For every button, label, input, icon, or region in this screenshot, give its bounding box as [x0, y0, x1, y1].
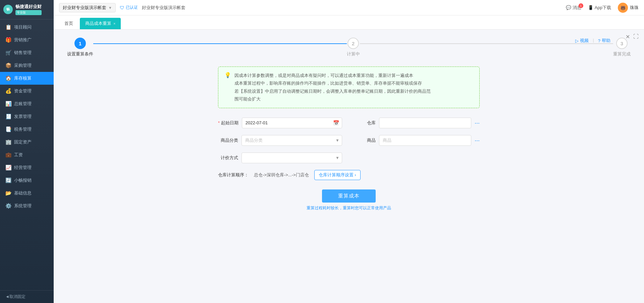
info-text: 因成本计算参数调整，或是对商品成本有疑问时，可以通过成本重算功能，重新计算一遍成… [234, 72, 431, 103]
warehouse-order-value: 总仓->深圳仓库->...->门店仓 [254, 172, 309, 178]
sidebar-item-system[interactable]: ⚙️系统管理 [0, 200, 54, 212]
finance-icon: 💰 [5, 88, 11, 94]
sidebar-item-basic[interactable]: 📂基础信息 [0, 187, 54, 200]
user-menu-button[interactable]: 珠珠 [618, 3, 639, 13]
lamp-icon: 💡 [224, 72, 231, 103]
product-more-button[interactable]: ··· [475, 137, 480, 143]
sidebar-item-marketing[interactable]: 🎁营销推广 [0, 34, 54, 46]
tab-active-label: 商品成本重算 [85, 20, 111, 27]
tab-cost-recalc[interactable]: 商品成本重算 × [80, 18, 121, 29]
warehouse-label: 仓库 [356, 120, 376, 126]
sidebar-label-invoice: 发票管理 [14, 114, 32, 120]
sidebar-label-expense: 小畅报销 [14, 177, 32, 183]
basic-icon: 📂 [5, 190, 11, 196]
sidebar-item-expense[interactable]: 🔄小畅报销 [0, 174, 54, 187]
warehouse-more-button[interactable]: ··· [475, 120, 480, 126]
user-name-label: 珠珠 [630, 5, 639, 11]
stepper: ▷ 视频 | ? 帮助 1 设置重算条件 2 计算中 3 重算 [67, 38, 631, 57]
warehouse-field: 仓库 ··· [356, 118, 480, 128]
warehouse-input[interactable] [379, 118, 471, 128]
notification-badge: 1 [579, 3, 583, 8]
sidebar-item-accounting[interactable]: 📊总账管理 [0, 97, 54, 110]
app-download-button[interactable]: 📱 App下载 [588, 5, 611, 11]
warehouse-order-row: 仓库计算顺序： 总仓->深圳仓库->...->门店仓 仓库计算顺序设置 › [218, 170, 480, 180]
sidebar-nav: 📋项目顾问🎁营销推广🛒销售管理📦采购管理🏠库存核算💰资金管理📊总账管理🧾发票管理… [0, 19, 54, 290]
product-input-wrap [379, 135, 471, 146]
play-icon: ▷ [575, 38, 579, 43]
product-input[interactable] [379, 135, 471, 146]
operation-icon: 📈 [5, 165, 11, 171]
pricing-select[interactable] [241, 153, 342, 163]
accounting-icon: 📊 [5, 101, 11, 107]
sidebar-item-salary[interactable]: 💼工资 [0, 148, 54, 161]
tax-icon: 📑 [5, 126, 11, 132]
main-area: 好业财专业版演示帐套 ▼ 🛡 已认证 好业财专业版演示帐套 💬 消息 1 📱 A… [54, 0, 644, 303]
account-selector-label: 好业财专业版演示帐套 [63, 5, 106, 11]
step-3-circle: 3 [616, 38, 628, 49]
sidebar-label-finance: 资金管理 [14, 88, 32, 94]
step-1-circle: 1 [74, 38, 86, 49]
sidebar-label-sales: 销售管理 [14, 50, 32, 56]
help-button[interactable]: ? 帮助 [598, 38, 610, 44]
step-2-label: 计算中 [347, 51, 360, 57]
sidebar-label-basic: 基础信息 [14, 190, 32, 196]
sidebar-item-invoice[interactable]: 🧾发票管理 [0, 110, 54, 123]
sidebar-item-asset[interactable]: 🏢固定资产 [0, 136, 54, 148]
category-select[interactable]: 商品分类 [241, 135, 342, 146]
sidebar-item-purchase[interactable]: 📦采购管理 [0, 59, 54, 72]
step-3: 3 重算完成 [613, 38, 631, 57]
step-2: 2 计算中 [347, 38, 360, 57]
category-select-wrap: 商品分类 ▼ [241, 135, 342, 146]
sidebar-header: 畅 畅捷通好业财 专业版 [0, 0, 54, 19]
salary-icon: 💼 [5, 152, 11, 158]
sidebar-label-tax: 税务管理 [14, 126, 32, 132]
sidebar-label-asset: 固定资产 [14, 139, 32, 145]
step-1-label: 设置重算条件 [67, 51, 93, 57]
sidebar-label-inventory: 库存核算 [14, 75, 32, 81]
tab-home[interactable]: 首页 [59, 18, 78, 29]
shield-icon: 🛡 [120, 5, 124, 10]
tab-close-button[interactable]: × [113, 21, 115, 26]
sidebar-label-purchase: 采购管理 [14, 62, 32, 69]
sidebar: 畅 畅捷通好业财 专业版 📋项目顾问🎁营销推广🛒销售管理📦采购管理🏠库存核算💰资… [0, 0, 54, 303]
sidebar-unpin-button[interactable]: ◄取消固定 [0, 290, 54, 303]
content-area: ✕ ⛶ ▷ 视频 | ? 帮助 1 设置重算条件 2 [54, 30, 644, 303]
message-icon: 💬 [566, 5, 571, 10]
sidebar-label-marketing: 营销推广 [14, 37, 32, 43]
pricing-field: 计价方式 ▼ [218, 153, 342, 163]
sales-icon: 🛒 [5, 50, 11, 56]
warehouse-input-wrap [379, 118, 471, 128]
sidebar-item-tax[interactable]: 📑税务管理 [0, 123, 54, 136]
pricing-select-wrap: ▼ [241, 153, 342, 163]
recalc-button[interactable]: 重算成本 [322, 189, 376, 203]
sidebar-item-project[interactable]: 📋项目顾问 [0, 21, 54, 34]
category-label: 商品分类 [218, 137, 238, 143]
form-row-1: * 起始日期 📅 仓库 ··· [218, 118, 480, 128]
messages-button[interactable]: 💬 消息 1 [566, 5, 581, 11]
top-bar: 好业财专业版演示帐套 ▼ 🛡 已认证 好业财专业版演示帐套 💬 消息 1 📱 A… [54, 0, 644, 15]
app-logo: 畅 [3, 5, 13, 14]
video-help-button[interactable]: ▷ 视频 [575, 38, 589, 44]
calendar-icon[interactable]: 📅 [333, 120, 339, 126]
verified-account-name: 好业财专业版演示帐套 [142, 5, 185, 11]
sidebar-label-operation: 经营管理 [14, 165, 32, 171]
product-label: 商品 [356, 137, 376, 143]
sidebar-item-sales[interactable]: 🛒销售管理 [0, 46, 54, 59]
category-field: 商品分类 商品分类 ▼ [218, 135, 342, 146]
form-row-2: 商品分类 商品分类 ▼ 商品 ··· [218, 135, 480, 146]
warehouse-order-settings-button[interactable]: 仓库计算顺序设置 › [314, 170, 361, 180]
verified-badge: 🛡 已认证 [120, 5, 138, 10]
sidebar-item-operation[interactable]: 📈经营管理 [0, 161, 54, 174]
expand-window-button[interactable]: ⛶ [633, 34, 639, 40]
sidebar-item-finance[interactable]: 💰资金管理 [0, 85, 54, 97]
invoice-icon: 🧾 [5, 114, 11, 120]
start-date-input[interactable] [242, 118, 342, 128]
sidebar-label-project: 项目顾问 [14, 24, 32, 30]
account-selector[interactable]: 好业财专业版演示帐套 ▼ [59, 3, 116, 12]
system-icon: ⚙️ [5, 203, 11, 209]
sidebar-label-system: 系统管理 [14, 203, 32, 209]
project-icon: 📋 [5, 24, 11, 30]
sidebar-item-inventory[interactable]: 🏠库存核算 [0, 72, 54, 85]
recalc-section: 重算成本 重算过程耗时较长，重算时您可以正常使用产品 [67, 189, 631, 211]
inventory-icon: 🏠 [5, 75, 11, 81]
